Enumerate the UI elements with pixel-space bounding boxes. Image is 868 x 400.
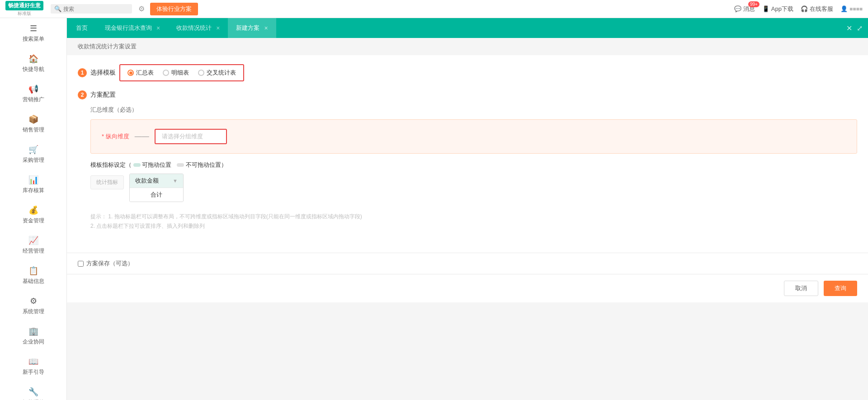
- radio-detail-label: 明细表: [171, 69, 189, 77]
- message-badge: 99+: [748, 1, 760, 7]
- metrics-section: 模板指标设定（ 可拖动位置 不可拖动位置） 统计指标: [90, 161, 857, 202]
- enterprise-icon: 🏢: [28, 326, 38, 336]
- vertical-label: * 纵向维度: [102, 132, 129, 141]
- bottom-actions: 取消 查询: [67, 274, 868, 302]
- sidebar-label-inventory: 库存核算: [23, 187, 44, 194]
- sidebar-label-sales: 销售管理: [23, 126, 44, 134]
- sidebar-item-system[interactable]: ⚙ 系统管理: [0, 291, 66, 321]
- sidebar-item-hardware[interactable]: 🔧 智能硬件: [0, 381, 66, 400]
- tab-cash-flow-close[interactable]: ×: [156, 24, 160, 32]
- tab-new-plan[interactable]: 新建方案 ×: [228, 18, 276, 38]
- home-icon: 🏠: [28, 54, 38, 64]
- marketing-icon: 📢: [28, 84, 38, 94]
- expand-icon[interactable]: ⤢: [857, 24, 863, 33]
- sidebar-label-home: 快捷导航: [23, 66, 44, 73]
- close-icon[interactable]: ✕: [846, 24, 852, 33]
- tab-receipt-stats[interactable]: 收款情况统计 ×: [168, 18, 228, 38]
- topbar-right: 💬 消息 99+ 📱 App下载 🎧 在线客服 👤 ■■■■: [734, 5, 863, 13]
- tab-home[interactable]: 首页: [67, 18, 97, 38]
- metrics-table: 收款金额 ▼ 合计: [129, 174, 184, 202]
- search-menu-icon: ☰: [30, 24, 37, 33]
- support-label: 在线客服: [810, 5, 833, 13]
- sidebar-item-guide[interactable]: 📖 新手引导: [0, 351, 66, 381]
- user-name: ■■■■: [849, 6, 863, 12]
- radio-cross-circle: [198, 70, 204, 76]
- download-icon: 📱: [762, 5, 769, 12]
- dimension-area: * 纵向维度 —— 请选择分组维度: [90, 119, 857, 154]
- radio-detail-circle: [163, 70, 169, 76]
- inventory-icon: 📊: [28, 175, 38, 185]
- search-area[interactable]: 🔍: [51, 4, 132, 14]
- metrics-layout: 统计指标 收款金额 ▼ 合计: [90, 174, 857, 202]
- step1-section: 1 选择模板 汇总表 明细表: [78, 64, 857, 81]
- sidebar-label-basics: 基础信息: [23, 278, 44, 285]
- search-input[interactable]: [63, 6, 127, 12]
- tab-new-plan-close[interactable]: ×: [264, 24, 268, 32]
- page-content: 收款情况统计方案设置 1 选择模板 汇总表: [67, 38, 868, 400]
- cancel-button[interactable]: 取消: [784, 281, 818, 296]
- sidebar-item-home[interactable]: 🏠 快捷导航: [0, 48, 66, 79]
- save-plan-label: 方案保存（可选）: [86, 259, 133, 268]
- tab-new-plan-label: 新建方案: [236, 24, 259, 32]
- movable-hint-label: 可拖动位置: [142, 161, 171, 168]
- purchase-icon: 🛒: [28, 145, 38, 155]
- sidebar-label-operations: 经营管理: [23, 247, 44, 255]
- sidebar-item-finance[interactable]: 💰 资金管理: [0, 200, 66, 230]
- radio-detail[interactable]: 明细表: [163, 69, 189, 77]
- tabbar-right: ✕ ⤢: [846, 18, 868, 38]
- download-button[interactable]: 📱 App下载: [762, 5, 793, 13]
- save-plan-input[interactable]: [78, 261, 84, 267]
- sidebar: ☰ 搜索菜单 🏠 快捷导航 📢 营销推广 📦 销售管理 🛒 采购管理 📊 库存核…: [0, 18, 67, 400]
- sidebar-item-marketing[interactable]: 📢 营销推广: [0, 79, 66, 109]
- metrics-col-header-label: 收款金额: [135, 177, 159, 185]
- radio-summary[interactable]: 汇总表: [127, 69, 154, 77]
- radio-cross-label: 交叉统计表: [207, 69, 236, 77]
- sidebar-label-marketing: 营销推广: [23, 96, 44, 104]
- message-icon: 💬: [734, 5, 741, 12]
- tab-cash-flow-label: 现金银行流水查询: [105, 24, 152, 32]
- content-area: 首页 现金银行流水查询 × 收款情况统计 × 新建方案 × ✕ ⤢: [67, 18, 868, 400]
- template-radio-group: 汇总表 明细表 交叉统计表: [119, 64, 244, 81]
- tips-section: 提示： 1. 拖动标题栏可以调整布局，不可跨维度或指标区域拖动列目字段(只能在同…: [90, 213, 857, 230]
- sidebar-item-sales[interactable]: 📦 销售管理: [0, 109, 66, 139]
- fixed-hint-label: 不可拖动位置）: [186, 161, 227, 168]
- sidebar-label-purchase: 采购管理: [23, 156, 44, 164]
- operations-icon: 📈: [28, 235, 38, 245]
- sidebar-label-system: 系统管理: [23, 308, 44, 315]
- gear-icon[interactable]: ⚙: [138, 5, 145, 13]
- sidebar-item-inventory[interactable]: 📊 库存核算: [0, 169, 66, 200]
- sidebar-item-search[interactable]: ☰ 搜索菜单: [0, 18, 66, 48]
- support-button[interactable]: 🎧 在线客服: [801, 5, 833, 13]
- sidebar-label-guide: 新手引导: [23, 368, 44, 376]
- main-layout: ☰ 搜索菜单 🏠 快捷导航 📢 营销推广 📦 销售管理 🛒 采购管理 📊 库存核…: [0, 18, 868, 400]
- metrics-col-label-area: 统计指标: [90, 175, 124, 202]
- sidebar-label-enterprise: 企业协同: [23, 338, 44, 346]
- breadcrumb-text: 收款情况统计方案设置: [78, 43, 137, 50]
- tab-receipt-stats-close[interactable]: ×: [216, 24, 220, 32]
- query-button[interactable]: 查询: [824, 281, 857, 296]
- step2-num: 2: [78, 90, 87, 99]
- step1-title: 选择模板: [90, 69, 116, 77]
- tabbar: 首页 现金银行流水查询 × 收款情况统计 × 新建方案 × ✕ ⤢: [67, 18, 868, 38]
- sidebar-label-search: 搜索菜单: [23, 35, 44, 43]
- radio-summary-label: 汇总表: [136, 69, 154, 77]
- search-icon: 🔍: [54, 5, 61, 12]
- sidebar-item-purchase[interactable]: 🛒 采购管理: [0, 139, 66, 169]
- sidebar-item-enterprise[interactable]: 🏢 企业协同: [0, 321, 66, 351]
- dimension-select[interactable]: 请选择分组维度: [155, 129, 227, 144]
- radio-cross[interactable]: 交叉统计表: [198, 69, 236, 77]
- user-area[interactable]: 👤 ■■■■: [840, 5, 863, 12]
- system-icon: ⚙: [30, 296, 37, 306]
- message-button[interactable]: 💬 消息 99+: [734, 5, 755, 13]
- hardware-icon: 🔧: [28, 387, 38, 397]
- tab-cash-flow[interactable]: 现金银行流水查询 ×: [97, 18, 168, 38]
- save-plan-checkbox[interactable]: 方案保存（可选）: [78, 259, 857, 268]
- step2-section: 2 方案配置 汇总维度（必选） * 纵向维度 —— 请选择分组维度: [78, 90, 857, 230]
- metrics-table-header[interactable]: 收款金额 ▼: [130, 174, 183, 188]
- sidebar-item-operations[interactable]: 📈 经营管理: [0, 230, 66, 260]
- step1-num: 1: [78, 68, 87, 77]
- sidebar-item-basics[interactable]: 📋 基础信息: [0, 260, 66, 291]
- breadcrumb: 收款情况统计方案设置: [67, 38, 868, 55]
- trial-button[interactable]: 体验行业方案: [150, 3, 198, 15]
- sales-icon: 📦: [28, 114, 38, 124]
